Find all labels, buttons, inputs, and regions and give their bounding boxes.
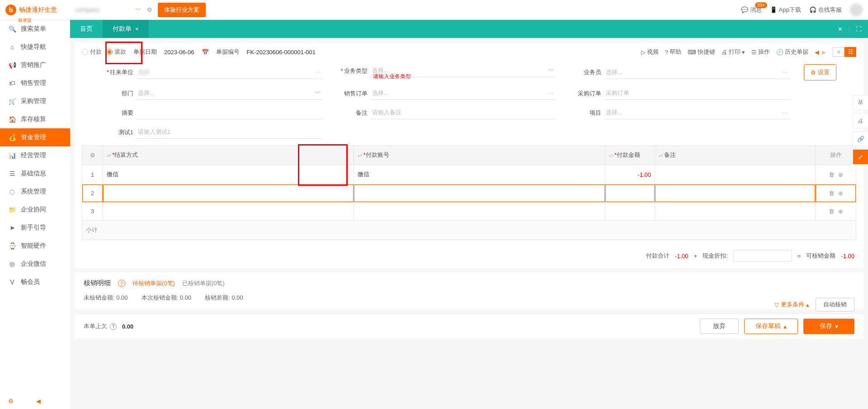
cell-remark[interactable] <box>655 184 815 202</box>
tab-label: 付款单 <box>113 25 132 33</box>
payment-table: ⚙ ▴▾*结算方式 ▴▾*付款账号 ▴▾*付款金额 ▴▾备注 操作 1 微信 微… <box>82 145 856 240</box>
settings-button[interactable]: ⚙设置 <box>804 64 836 80</box>
gear-icon[interactable]: ⚙ <box>147 6 152 13</box>
doc-date-value[interactable]: 2023-06-06 <box>164 49 194 56</box>
sidebar-item[interactable]: 📊经营管理 <box>0 146 70 165</box>
fullscreen-icon[interactable]: ⛶ <box>849 26 868 33</box>
print-link[interactable]: 🖨打印▾ <box>722 48 745 56</box>
sidebar-item[interactable]: 🛒采购管理 <box>0 92 70 110</box>
col-amount[interactable]: ▴▾*付款金额 <box>605 146 655 165</box>
chevron-down-icon[interactable]: ﹀ <box>136 6 142 14</box>
table-row[interactable]: 1 微信 微信 -1.00 🗑⊕ <box>82 165 856 184</box>
partner-select[interactable]: 选择⋯ <box>136 66 322 79</box>
sidebar-item[interactable]: ⌚智能硬件 <box>0 237 70 255</box>
radio-refund[interactable]: 退款 <box>106 48 126 56</box>
cell-settle-method[interactable] <box>103 202 354 221</box>
sidebar-item[interactable]: 🏷销售管理 <box>0 74 70 92</box>
rail-draft-icon[interactable]: 草 <box>853 95 868 110</box>
add-row-icon[interactable]: ⊕ <box>838 171 843 178</box>
video-link[interactable]: ▷视频 <box>641 48 659 56</box>
table-row[interactable]: 3 🗑⊕ <box>82 202 856 221</box>
sidebar-item[interactable]: ⌂快捷导航 <box>0 38 70 56</box>
main: 首页 付款单 × ✕ ⛶ 付款 退款 <box>70 20 868 409</box>
prev-doc-button[interactable]: ◀ <box>815 49 819 56</box>
help-link[interactable]: ?帮助 <box>665 48 681 56</box>
delete-row-icon[interactable]: 🗑 <box>829 190 835 197</box>
cell-amount[interactable] <box>605 184 655 202</box>
done-tab[interactable]: 已核销单据(0笔) <box>182 279 225 287</box>
col-account[interactable]: ▴▾*付款账号 <box>354 146 605 165</box>
radio-pay[interactable]: 付款 <box>82 48 102 56</box>
message-link[interactable]: 💬 消息 99+ <box>741 6 762 14</box>
close-icon[interactable]: × <box>135 25 139 33</box>
sidebar-item[interactable]: ☰基础信息 <box>0 165 70 183</box>
cell-account[interactable]: 微信 <box>354 165 605 184</box>
table-settings-header[interactable]: ⚙ <box>82 146 103 165</box>
discard-button[interactable]: 放弃 <box>700 319 739 334</box>
sidebar-item[interactable]: ◎企业微信 <box>0 255 70 273</box>
sidebar-item[interactable]: 🔍搜索菜单 <box>0 20 70 38</box>
dept-select[interactable]: 选择...﹀ <box>136 87 322 100</box>
col-remark[interactable]: ▴▾备注 <box>655 146 815 165</box>
delete-row-icon[interactable]: 🗑 <box>829 171 835 178</box>
rail-link-icon[interactable]: 🔗 <box>853 131 868 146</box>
company-selector[interactable]: company <box>75 6 99 13</box>
close-all-icon[interactable]: ✕ <box>831 26 849 33</box>
gear-icon[interactable]: ⚙ <box>8 398 14 404</box>
cell-remark[interactable] <box>655 202 815 221</box>
cell-actions: 🗑⊕ <box>816 202 856 221</box>
next-doc-button[interactable]: ▶ <box>822 49 826 56</box>
add-row-icon[interactable]: ⊕ <box>838 190 843 197</box>
cell-account[interactable] <box>354 184 605 202</box>
discount-input[interactable] <box>733 250 792 262</box>
tab-payment-doc[interactable]: 付款单 × <box>103 20 149 38</box>
pending-tab[interactable]: 待核销单据(0笔) <box>132 279 175 287</box>
collapse-icon[interactable]: ◀ <box>36 398 41 404</box>
tab-label: 首页 <box>80 25 93 33</box>
sidebar-item[interactable]: V畅会员 <box>0 273 70 291</box>
info-icon[interactable]: ? <box>110 323 117 330</box>
cell-settle-method[interactable]: 微信 <box>103 165 354 184</box>
sidebar-item[interactable]: 📢营销推广 <box>0 56 70 74</box>
test1-input[interactable]: 请输入测试1 <box>136 126 322 139</box>
operate-link[interactable]: ☰操作 <box>751 48 770 56</box>
more-filter-link[interactable]: ▽更多条件▴ <box>774 301 809 309</box>
sidebar-item[interactable]: 💰资金管理 <box>0 128 70 146</box>
info-icon[interactable]: ? <box>118 280 125 287</box>
sidebar-item[interactable]: ➤新手引导 <box>0 219 70 237</box>
cell-amount[interactable]: -1.00 <box>605 165 655 184</box>
sales-order-select[interactable]: 选择...⋯ <box>370 87 557 100</box>
summary-input[interactable] <box>136 107 322 119</box>
delete-row-icon[interactable]: 🗑 <box>829 208 835 215</box>
save-draft-button[interactable]: 保存草稿▴ <box>744 319 798 334</box>
cell-settle-method[interactable] <box>103 184 354 202</box>
avatar[interactable] <box>850 4 863 16</box>
project-select[interactable]: 选择...⋯ <box>604 106 790 119</box>
app-download-link[interactable]: 📱 App下载 <box>770 6 801 14</box>
save-button[interactable]: 保存▾ <box>803 319 854 334</box>
cell-remark[interactable] <box>655 165 815 184</box>
view-list-button[interactable]: ≡ <box>833 47 844 57</box>
col-action: 操作 <box>816 146 856 165</box>
cell-account[interactable] <box>354 202 605 221</box>
view-form-button[interactable]: ☷ <box>844 47 856 57</box>
rail-print-icon[interactable]: 🖨 <box>853 113 868 128</box>
remark-input[interactable]: 请输入备注 <box>370 106 557 119</box>
auto-writeoff-button[interactable]: 自动核销 <box>816 298 854 311</box>
col-settle-method[interactable]: ▴▾*结算方式 <box>103 146 354 165</box>
sidebar-item[interactable]: ◌系统管理 <box>0 183 70 201</box>
rail-expand-icon[interactable]: ⤢ <box>853 149 868 165</box>
cell-amount[interactable] <box>605 202 655 221</box>
cta-button[interactable]: 体验行业方案 <box>158 3 206 17</box>
sidebar-item[interactable]: 🏠库存核算 <box>0 110 70 128</box>
salesperson-select[interactable]: 选择...⋯ <box>604 66 790 79</box>
tab-home[interactable]: 首页 <box>70 20 103 38</box>
online-service-link[interactable]: 🎧 在线客服 <box>809 6 842 14</box>
calendar-icon[interactable]: 📅 <box>202 49 209 56</box>
history-link[interactable]: 🕘历史单据 <box>776 48 808 56</box>
purchase-order-select[interactable]: 采购订单 <box>604 87 790 100</box>
shortcut-link[interactable]: ⌨快捷键 <box>688 48 715 56</box>
add-row-icon[interactable]: ⊕ <box>838 208 843 215</box>
sidebar-item[interactable]: 📁企业协同 <box>0 201 70 219</box>
table-row[interactable]: 2 🗑⊕ <box>82 184 856 202</box>
